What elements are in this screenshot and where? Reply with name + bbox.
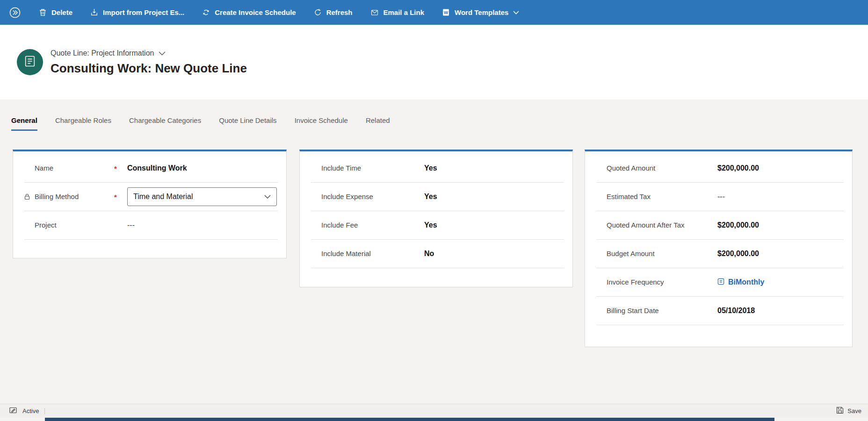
- billing-start-date-value[interactable]: 05/10/2018: [717, 307, 755, 315]
- horizontal-scrollbar-thumb[interactable]: [45, 418, 774, 421]
- required-asterisk: *: [114, 164, 127, 172]
- save-button-label: Save: [847, 407, 861, 414]
- horizontal-scrollbar[interactable]: [0, 418, 868, 421]
- create-invoice-icon: [202, 8, 210, 16]
- budget-amount-value[interactable]: $200,000.00: [717, 250, 759, 258]
- word-icon: W: [442, 8, 450, 16]
- form-selector: Quote Line: Project Information: [51, 49, 247, 57]
- chevron-down-icon: [264, 193, 271, 201]
- svg-text:W: W: [444, 10, 448, 15]
- field-row-include-material: Include Material No: [311, 240, 564, 268]
- record-avatar: [17, 49, 43, 75]
- refresh-icon: [314, 8, 322, 16]
- header-titles: Quote Line: Project Information Consulti…: [51, 49, 247, 76]
- save-button[interactable]: Save: [836, 407, 861, 415]
- card-includes: Include Time Yes Include Expense Yes Inc…: [299, 150, 573, 287]
- project-label: Project: [35, 221, 114, 230]
- status-divider: [44, 408, 45, 414]
- email-a-link-label: Email a Link: [383, 8, 425, 16]
- field-row-billing-start-date: Billing Start Date 05/10/2018: [596, 297, 844, 325]
- status-text: Active: [22, 407, 39, 414]
- field-row-project: Project ---: [24, 211, 278, 240]
- quoted-amount-value[interactable]: $200,000.00: [717, 164, 759, 172]
- card-general: Name * Consulting Work Billing Method * …: [13, 150, 287, 258]
- refresh-button[interactable]: Refresh: [305, 0, 362, 25]
- trash-icon: [39, 8, 47, 16]
- page-title: Consulting Work: New Quote Line: [51, 61, 247, 76]
- billing-start-date-label: Billing Start Date: [607, 306, 717, 315]
- invoice-frequency-record-icon: [717, 278, 724, 287]
- app-window: Delete Import from Project Es... Create …: [0, 0, 868, 421]
- billing-method-label: Billing Method: [35, 192, 114, 201]
- delete-button[interactable]: Delete: [30, 0, 81, 25]
- email-icon: [370, 9, 379, 16]
- field-row-name: Name * Consulting Work: [24, 154, 278, 183]
- import-icon: [90, 8, 98, 16]
- billing-method-dropdown[interactable]: Time and Material: [127, 187, 277, 206]
- tab-bar: General Chargeable Roles Chargeable Cate…: [0, 100, 868, 131]
- include-time-value[interactable]: Yes: [424, 164, 437, 172]
- word-templates-label: Word Templates: [455, 8, 508, 16]
- quoted-amount-after-tax-label: Quoted Amount After Tax: [607, 221, 717, 230]
- estimated-tax-label: Estimated Tax: [607, 192, 717, 201]
- tab-invoice-schedule[interactable]: Invoice Schedule: [295, 116, 348, 131]
- record-header: Quote Line: Project Information Consulti…: [0, 25, 868, 100]
- breadcrumb[interactable]: Quote Line: Project Information: [51, 49, 154, 57]
- refresh-button-label: Refresh: [326, 8, 353, 16]
- chevron-down-icon: [513, 11, 519, 14]
- invoice-frequency-link[interactable]: BiMonthly: [717, 278, 764, 287]
- tab-general[interactable]: General: [11, 116, 37, 131]
- create-invoice-schedule-button[interactable]: Create Invoice Schedule: [193, 0, 304, 25]
- tab-chargeable-roles[interactable]: Chargeable Roles: [55, 116, 111, 131]
- import-from-project-button[interactable]: Import from Project Es...: [81, 0, 193, 25]
- include-fee-label: Include Fee: [321, 221, 424, 230]
- billing-method-value: Time and Material: [133, 193, 193, 201]
- field-row-invoice-frequency: Invoice Frequency BiMonthly: [596, 268, 844, 297]
- include-fee-value[interactable]: Yes: [424, 221, 437, 229]
- save-icon: [836, 407, 844, 415]
- double-chevron-right-icon: [9, 7, 21, 19]
- field-row-quoted-amount: Quoted Amount $200,000.00: [596, 154, 844, 183]
- quote-line-record-icon: [23, 55, 36, 70]
- field-row-include-time: Include Time Yes: [311, 154, 564, 183]
- invoice-frequency-value: BiMonthly: [728, 278, 764, 286]
- include-expense-label: Include Expense: [321, 192, 424, 201]
- command-items: Delete Import from Project Es... Create …: [30, 0, 528, 25]
- tab-related[interactable]: Related: [366, 116, 390, 131]
- field-row-include-fee: Include Fee Yes: [311, 211, 564, 240]
- lock-icon: [24, 193, 35, 200]
- form-body: General Chargeable Roles Chargeable Cate…: [0, 100, 868, 404]
- import-from-project-label: Import from Project Es...: [103, 8, 184, 16]
- required-asterisk: *: [114, 193, 127, 201]
- tab-chargeable-categories[interactable]: Chargeable Categories: [129, 116, 201, 131]
- card-container: Name * Consulting Work Billing Method * …: [0, 150, 868, 347]
- form-selector-chevron-icon[interactable]: [159, 49, 166, 57]
- name-value[interactable]: Consulting Work: [127, 164, 187, 172]
- field-row-budget-amount: Budget Amount $200,000.00: [596, 240, 844, 268]
- include-expense-value[interactable]: Yes: [424, 193, 437, 201]
- expand-commandbar-button[interactable]: [5, 7, 25, 19]
- card-amounts: Quoted Amount $200,000.00 Estimated Tax …: [585, 150, 853, 347]
- project-value[interactable]: ---: [127, 221, 135, 229]
- estimated-tax-value[interactable]: ---: [717, 193, 725, 201]
- field-row-quoted-amount-after-tax: Quoted Amount After Tax $200,000.00: [596, 211, 844, 240]
- tab-quote-line-details[interactable]: Quote Line Details: [219, 116, 276, 131]
- include-material-value[interactable]: No: [424, 250, 434, 258]
- command-bar: Delete Import from Project Es... Create …: [0, 0, 868, 25]
- create-invoice-schedule-label: Create Invoice Schedule: [215, 8, 296, 16]
- include-time-label: Include Time: [321, 164, 424, 173]
- delete-button-label: Delete: [51, 8, 72, 16]
- status-bar: Active Save: [0, 404, 868, 418]
- name-label: Name: [35, 164, 114, 173]
- quoted-amount-after-tax-value[interactable]: $200,000.00: [717, 221, 759, 229]
- field-row-include-expense: Include Expense Yes: [311, 183, 564, 211]
- word-templates-button[interactable]: W Word Templates: [433, 0, 528, 25]
- field-row-billing-method: Billing Method * Time and Material: [24, 183, 278, 211]
- quoted-amount-label: Quoted Amount: [607, 164, 717, 173]
- include-material-label: Include Material: [321, 249, 424, 258]
- invoice-frequency-label: Invoice Frequency: [607, 278, 717, 287]
- field-row-estimated-tax: Estimated Tax ---: [596, 183, 844, 211]
- budget-amount-label: Budget Amount: [607, 249, 717, 258]
- email-a-link-button[interactable]: Email a Link: [362, 0, 434, 25]
- form-edit-icon[interactable]: [9, 407, 17, 415]
